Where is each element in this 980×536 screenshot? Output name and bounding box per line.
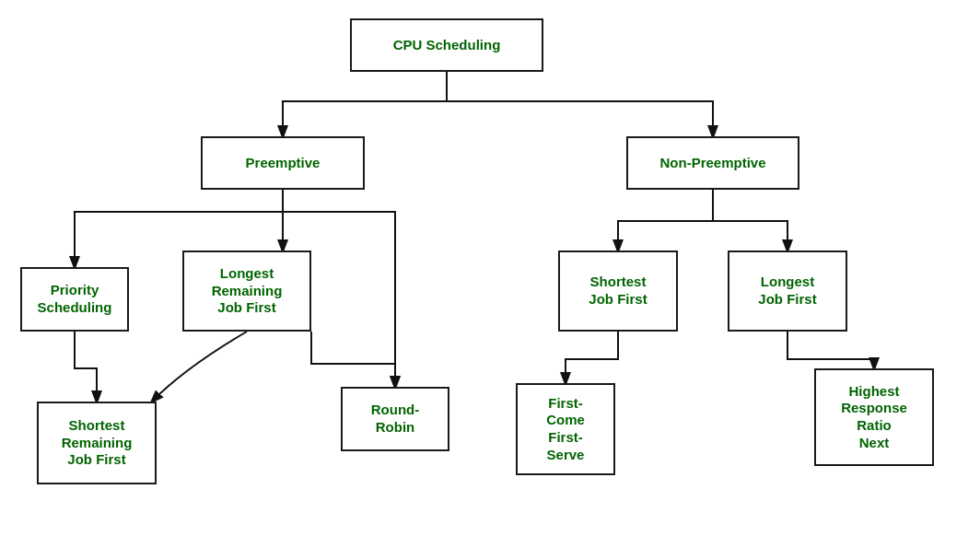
node-fcfs-label: First-ComeFirst-Serve [516,383,615,475]
node-lrjf-label: LongestRemainingJob First [182,251,311,332]
node-preemptive: Preemptive [201,136,365,190]
node-srjf-label: ShortestRemainingJob First [37,402,157,484]
diagram: CPU Scheduling Preemptive Non-Preemptive… [0,0,980,536]
node-roundrobin-label: Round-Robin [341,387,449,451]
node-sjf-label: ShortestJob First [558,251,678,332]
node-cpu: CPU Scheduling [350,18,543,72]
node-non-preemptive: Non-Preemptive [626,136,799,190]
node-priority-label: PriorityScheduling [20,267,129,332]
node-ljf-label: LongestJob First [728,251,847,332]
node-hrrn-label: HighestResponseRatioNext [814,368,934,466]
